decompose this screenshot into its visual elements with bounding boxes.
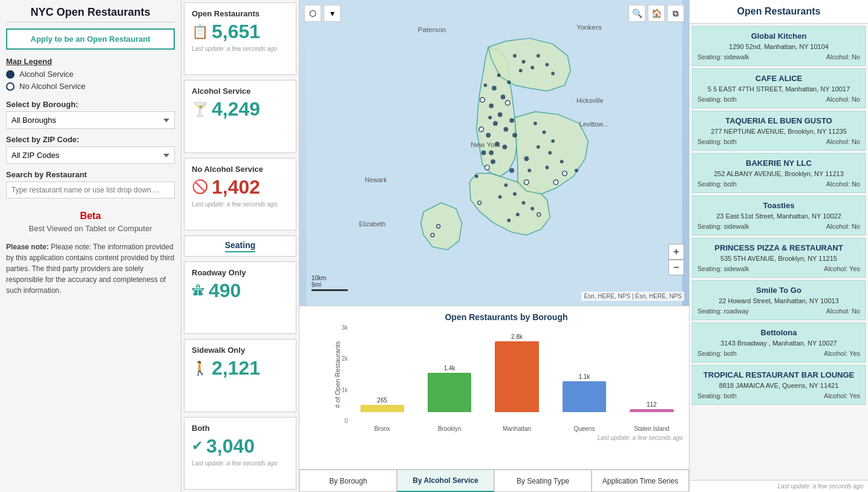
best-viewed-label: Best Viewed on Tablet or Computer [6, 224, 175, 233]
bar-value: 1.4k [444, 365, 455, 372]
restaurant-details: Seating: both Alcohol: No [697, 180, 860, 188]
legend-alcohol-label: Alcohol Service [19, 70, 74, 79]
restaurant-card[interactable]: Global Kitchen 1290 52nd, Manhattan, NY … [692, 26, 866, 66]
seating-label: Seating: roadway [697, 307, 749, 315]
chart-tabs: By Borough By Alcohol Service By Seating… [299, 469, 689, 492]
restaurant-name: Global Kitchen [697, 31, 860, 41]
bar [428, 373, 471, 412]
restaurant-address: 3143 Broadway , Manhattan, NY 10027 [697, 339, 860, 347]
svg-point-48 [478, 201, 481, 205]
borough-select[interactable]: All Boroughs Bronx Brooklyn Manhattan Qu… [6, 111, 175, 129]
map-and-chart-container: ⬡ ▾ 🔍 🏠 ⧉ [299, 0, 690, 492]
no-alcohol-service-card: No Alcohol Service 🚫 1,402 Last update: … [184, 158, 296, 231]
tab-by-borough[interactable]: By Borough [299, 470, 397, 492]
chart-y-axis: 3k 2k 1k 0 [330, 324, 348, 424]
bar [361, 405, 404, 412]
svg-point-26 [504, 183, 508, 187]
chart-container: Open Restaurants by Borough # of Open Re… [299, 306, 689, 469]
beta-label: Beta [6, 211, 175, 221]
map-search-tool[interactable]: 🔍 [628, 5, 645, 22]
svg-point-21 [551, 139, 555, 143]
restaurant-card[interactable]: Smile To Go 22 Howard Street, Manhattan,… [692, 280, 866, 320]
svg-point-35 [530, 66, 534, 70]
bar [495, 341, 538, 412]
legend-filled-dot [6, 70, 15, 79]
restaurant-card[interactable]: Bettolona 3143 Broadway , Manhattan, NY … [692, 323, 866, 362]
bar-group: 1.4k [418, 333, 480, 412]
zip-select[interactable]: All ZIP Codes [6, 146, 175, 164]
right-panel-title: Open Restaurants [696, 6, 862, 17]
svg-point-52 [509, 168, 514, 173]
legend-alcohol: Alcohol Service [6, 70, 175, 79]
svg-point-30 [498, 195, 502, 198]
alcohol-service-card: Alcohol Service 🍸 4,249 [184, 80, 296, 153]
open-restaurants-card: Open Restaurants 📋 5,651 Last update: a … [184, 2, 296, 75]
alcohol-label: Alcohol: Yes [824, 265, 860, 272]
restaurant-card[interactable]: TAQUERIA EL BUEN GUSTO 277 NEPTUNE AVENU… [692, 111, 866, 151]
svg-text:New York: New York [471, 140, 500, 148]
bar-group: 265 [351, 333, 413, 412]
restaurant-card[interactable]: CAFE ALICE 5 5 EAST 47TH STREET, Manhatt… [692, 68, 866, 108]
chart-last-update: Last update: a few seconds ago [330, 435, 683, 441]
zoom-in-button[interactable]: + [668, 244, 684, 260]
both-seating-label: Both [192, 424, 289, 433]
bar-group: 1.1k [553, 333, 615, 412]
map-layers-tool[interactable]: ⧉ [667, 5, 684, 22]
open-restaurants-label: Open Restaurants [192, 9, 289, 18]
svg-point-19 [534, 122, 537, 125]
seating-label: Seating: both [697, 96, 737, 103]
svg-point-24 [560, 160, 564, 163]
tab-time-series[interactable]: Application Time Series [592, 470, 689, 492]
apply-button[interactable]: Apply to be an Open Restaurant [6, 28, 175, 50]
svg-point-51 [475, 174, 478, 178]
bar-x-label: Brooklyn [418, 425, 480, 432]
svg-point-13 [497, 73, 501, 77]
svg-point-9 [489, 151, 494, 156]
restaurant-card[interactable]: Toasties 23 East 51st Street, Manhattan,… [692, 195, 866, 235]
restaurant-address: 252 ALBANY AVENUE, Brooklyn, NY 11213 [697, 170, 860, 177]
restaurant-card[interactable]: BAKERIE NY LLC 252 ALBANY AVENUE, Brookl… [692, 153, 866, 193]
svg-point-17 [481, 151, 486, 156]
svg-point-42 [479, 127, 484, 132]
svg-point-37 [537, 54, 540, 57]
bar-group: 112 [621, 333, 683, 412]
open-restaurants-last-update: Last update: a few seconds ago [192, 45, 289, 52]
svg-point-44 [563, 171, 567, 176]
restaurant-card[interactable]: PRINCESS PIZZA & RESTAURANT 535 5TH AVEN… [692, 238, 866, 278]
seating-label: Seating: both [697, 392, 737, 399]
alcohol-label: Alcohol: No [826, 180, 860, 188]
restaurant-details: Seating: sidewalk Alcohol: Yes [697, 265, 860, 272]
borough-filter-label: Select by Borough: [6, 100, 175, 109]
zoom-out-button[interactable]: − [668, 260, 684, 275]
map-select-tool[interactable]: ⬡ [304, 5, 321, 22]
pedestrian-icon: 🚶 [192, 361, 208, 376]
roadway-only-label: Roadway Only [192, 268, 289, 277]
legend-no-alcohol-label: No Alcohol Service [19, 82, 85, 91]
roadway-icon: 🛣 [192, 283, 205, 298]
alcohol-label: Alcohol: No [826, 138, 860, 145]
tab-by-alcohol[interactable]: By Alcohol Service [397, 470, 494, 492]
map-container[interactable]: ⬡ ▾ 🔍 🏠 ⧉ [299, 0, 689, 306]
app-title: NYC Open Restaurants [6, 6, 175, 22]
tab-by-seating[interactable]: By Seating Type [494, 470, 592, 492]
restaurant-details: Seating: both Alcohol: Yes [697, 350, 860, 357]
no-alcohol-value: 1,402 [212, 176, 260, 198]
restaurant-address: 23 East 51st Street, Manhattan, NY 10022 [697, 212, 860, 220]
seating-label: Seating: both [697, 350, 737, 357]
restaurant-card[interactable]: TROPICAL RESTAURANT BAR LOUNGE 8818 JAMA… [692, 365, 866, 405]
svg-point-53 [524, 156, 529, 161]
cocktail-icon: 🍸 [192, 102, 208, 117]
svg-point-7 [486, 133, 491, 137]
seating-label: Seating: sidewalk [697, 223, 749, 230]
search-filter-label: Search by Restaurant [6, 170, 175, 179]
svg-point-28 [522, 201, 526, 205]
svg-point-14 [488, 116, 492, 119]
alcohol-label: Alcohol: Yes [824, 392, 860, 399]
restaurant-search-input[interactable] [6, 182, 175, 198]
svg-point-20 [543, 131, 546, 134]
seating-label: Seating: sidewalk [697, 265, 749, 272]
map-home-tool[interactable]: 🏠 [648, 5, 665, 22]
map-scale-mi: 6mi [312, 281, 348, 288]
svg-point-29 [530, 207, 534, 211]
map-dropdown-tool[interactable]: ▾ [324, 5, 341, 22]
